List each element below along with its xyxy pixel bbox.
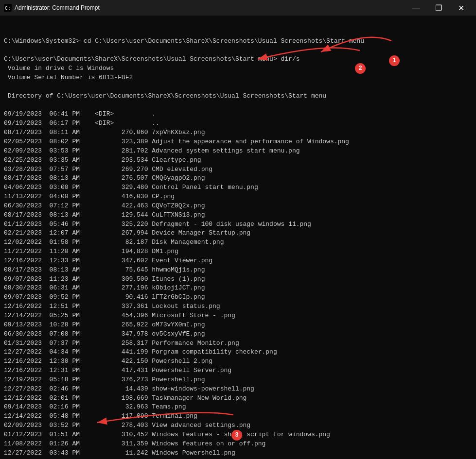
console-line: 12/27/2022 02:46 PM 14,439 show-windows-… <box>4 385 472 394</box>
console-line: 04/06/2023 03:00 PM 329,480 Control Pane… <box>4 183 472 192</box>
console-line: 09/07/2023 09:52 PM 90,416 lFT2rGbCIp.pn… <box>4 293 472 302</box>
annotation-2: 2 <box>355 45 378 92</box>
console-lines: C:\Windows\System32> cd C:\Users\user\Do… <box>4 37 472 459</box>
console-line: 03/28/2023 07:57 PM 269,270 CMD elevated… <box>4 165 472 174</box>
console-line: 12/02/2022 01:58 PM 82,187 Disk Manageme… <box>4 238 472 247</box>
command-prompt-window: C: Administrator: Command Prompt — ❐ ✕ C… <box>0 0 476 459</box>
title-bar: C: Administrator: Command Prompt — ❐ ✕ <box>0 0 476 16</box>
console-line: 02/05/2023 08:02 PM 323,389 Adjust the a… <box>4 137 472 147</box>
console-line: 02/21/2023 12:07 AM 267,994 Device Manag… <box>4 229 472 238</box>
svg-text:C:: C: <box>5 6 11 11</box>
console-line: 09/07/2023 11:23 AM 309,500 Itunes (1).p… <box>4 275 472 284</box>
window-title: Administrator: Command Prompt <box>15 4 405 11</box>
console-line: 08/17/2023 08:13 AM 276,507 CMQ6yagpO2.p… <box>4 174 472 183</box>
console-line: 06/30/2023 07:12 PM 422,463 CQVoTZ0Q2x.p… <box>4 202 472 211</box>
console-line: 11/21/2022 11:20 AM 194,828 DM1.png <box>4 247 472 256</box>
annotation-circle-2: 2 <box>355 63 366 74</box>
annotation-1: 1 <box>389 37 412 84</box>
console-line: 09/13/2023 10:28 PM 265,922 oM73vYX0mI.p… <box>4 321 472 330</box>
console-line: 12/27/2022 04:34 PM 441,199 Porgram comp… <box>4 348 472 357</box>
console-line: 12/19/2022 05:18 PM 376,273 Powershell.p… <box>4 375 472 385</box>
console-line: 08/17/2023 08:13 AM 129,544 CuLFTXNS13.p… <box>4 211 472 220</box>
maximize-button[interactable]: ❐ <box>427 0 450 16</box>
console-line: 01/12/2023 05:46 PM 325,220 Defragment -… <box>4 220 472 229</box>
console-line: Directory of C:\Users\user\Documents\Sha… <box>4 92 472 101</box>
console-line: 02/09/2023 03:53 PM 281,702 Advanced sys… <box>4 147 472 156</box>
console-line: 12/14/2022 05:25 PM 454,396 Microsoft St… <box>4 311 472 321</box>
minimize-button[interactable]: — <box>405 0 427 16</box>
window-controls: — ❐ ✕ <box>405 0 472 16</box>
console-line: 02/25/2023 03:35 AM 293,534 Cleartype.pn… <box>4 156 472 165</box>
console-output[interactable]: C:\Windows\System32> cd C:\Users\user\Do… <box>0 16 476 459</box>
console-line: 09/19/2023 06:17 PM <DIR> .. <box>4 119 472 128</box>
console-line: 12/16/2022 12:31 PM 417,431 Powershell S… <box>4 366 472 375</box>
console-line: 01/31/2023 07:37 PM 258,317 Performance … <box>4 339 472 348</box>
console-line <box>4 101 472 110</box>
console-line: 11/13/2022 04:00 PM 416,030 CP.png <box>4 192 472 202</box>
console-line: 12/16/2022 12:33 PM 347,602 Event Viewer… <box>4 256 472 266</box>
annotation-3: 3 <box>231 411 254 459</box>
console-line: 12/16/2022 12:51 PM 337,361 Lockout stat… <box>4 302 472 311</box>
console-line: 08/30/2023 06:31 AM 277,196 kOb1oj1JCT.p… <box>4 284 472 293</box>
close-button[interactable]: ✕ <box>450 0 472 16</box>
annotation-circle-1: 1 <box>389 55 400 66</box>
console-line: 09/14/2023 02:16 PM 32,963 Teams.png <box>4 403 472 412</box>
annotation-circle-3: 3 <box>231 430 242 441</box>
app-icon: C: <box>4 4 12 12</box>
console-line: 09/19/2023 06:41 PM <DIR> . <box>4 110 472 119</box>
console-line: 08/17/2023 08:13 AM 75,645 hhwmoMQj1s.pn… <box>4 266 472 275</box>
console-line: 12/16/2022 12:30 PM 422,150 Powershell 2… <box>4 357 472 366</box>
console-line: 12/12/2022 02:01 PM 198,669 Taskmanager … <box>4 394 472 403</box>
console-line: 06/30/2023 07:08 PM 347,978 ov5CsxyVfE.p… <box>4 330 472 339</box>
console-line: 08/17/2023 08:11 AM 270,060 7xpVhKXbaz.p… <box>4 128 472 137</box>
